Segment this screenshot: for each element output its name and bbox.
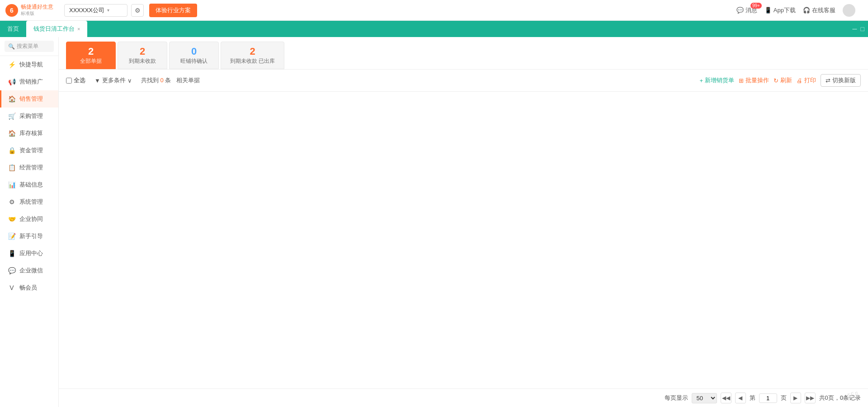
sidebar-item-operations[interactable]: 📋 经营管理 [0,159,58,176]
stat-tab-overdue[interactable]: 2 到期未收款 [118,42,167,69]
add-label: 新增销货单 [705,76,734,84]
batch-button[interactable]: ⊞ 批量操作 [739,76,769,84]
refresh-button[interactable]: ↻ 刷新 [774,76,792,84]
sidebar-item-inventory[interactable]: 🏠 库存核算 [0,125,58,142]
tab-home[interactable]: 首页 [0,21,26,37]
stat-tab-pending[interactable]: 0 旺铺待确认 [169,42,219,69]
sidebar-item-wechat[interactable]: 💬 企业微信 [0,262,58,279]
sidebar-item-label: 新手引导 [19,232,43,240]
sidebar-item-label: 销售管理 [19,95,43,103]
app-name: 畅捷通好生意 [21,4,53,11]
sidebar-item-app-center[interactable]: 📱 应用中心 [0,245,58,262]
wechat-icon: 💬 [8,267,16,274]
stats-row: 2 全部单据 2 到期未收款 0 旺铺待确认 2 到期未收款 已出库 [59,37,868,70]
refresh-label: 刷新 [780,76,792,84]
logo-icon: 6 [5,4,18,17]
company-arrow-icon: ▾ [107,8,109,13]
nav-tabs-bar: 首页 钱货日清工作台 × ─ □ [0,21,868,37]
sidebar-search-button[interactable]: 🔍 搜索菜单 [5,41,54,52]
stat-tab-shipped[interactable]: 2 到期未收款 已出库 [221,42,284,69]
messages-button[interactable]: 💬 消息 99+ [736,6,757,14]
filter-label: 更多条件 [102,76,126,84]
sidebar-item-capital[interactable]: 🔒 资金管理 [0,142,58,159]
sidebar-item-cooperation[interactable]: 🤝 企业协同 [0,211,58,228]
messages-badge: 99+ [750,3,762,9]
service-icon: 🎧 [803,7,810,14]
found-unit: 条 [165,77,171,84]
print-button[interactable]: 🖨 打印 [797,76,816,84]
online-service-label: 在线客服 [812,6,835,14]
cooperation-icon: 🤝 [8,215,16,223]
capital-icon: 🔒 [8,147,16,154]
sidebar-item-system[interactable]: ⚙ 系统管理 [0,193,58,211]
system-icon: ⚙ [8,198,16,206]
top-header: 6 畅捷通好生意 标准版 XXXXXX公司 ▾ ⚙ 体验行业方案 💬 消息 99… [0,0,868,21]
switch-label: 切换新版 [832,76,856,84]
sidebar-item-label: 企业微信 [19,267,43,275]
sidebar-item-label: 应用中心 [19,249,43,257]
company-selector[interactable]: XXXXXX公司 ▾ [64,4,127,17]
stat-num-shipped: 2 [230,46,275,57]
basic-info-icon: 📊 [8,181,16,188]
app-center-icon: 📱 [8,250,16,257]
stat-label-overdue: 到期未收款 [127,57,158,65]
switch-button[interactable]: ⇄ 切换新版 [821,74,861,87]
inventory-icon: 🏠 [8,130,16,137]
minimize-icon[interactable]: ─ [853,25,857,33]
sidebar-search-area: 🔍 搜索菜单 [0,37,58,56]
stat-num-pending: 0 [179,46,209,57]
message-icon: 💬 [736,7,744,14]
settings-button[interactable]: ⚙ [131,4,144,17]
per-page-label: 每页显示 [665,394,688,402]
trial-button[interactable]: 体验行业方案 [149,4,197,17]
main-layout: 🔍 搜索菜单 ⚡ 快捷导航 📢 营销推广 🏠 销售管理 🛒 采购管理 🏠 库存核… [0,37,868,407]
header-right: 💬 消息 99+ 📱 App下载 🎧 在线客服 [736,4,863,17]
app-download-button[interactable]: 📱 App下载 [764,6,796,14]
sidebar-item-guide[interactable]: 📝 新手引导 [0,228,58,245]
page-label-unit: 页 [781,394,787,402]
app-version: 标准版 [21,10,53,17]
select-all-checkbox[interactable]: 全选 [66,76,85,84]
first-page-button[interactable]: ◀◀ [721,393,731,403]
total-info: 共0页，0条记录 [819,394,861,402]
tab-close-icon[interactable]: × [77,26,80,32]
filter-button[interactable]: ▼ 更多条件 ∨ [91,75,136,86]
sidebar-item-marketing[interactable]: 📢 营销推广 [0,73,58,90]
prev-page-button[interactable]: ◀ [735,393,746,403]
online-service-button[interactable]: 🎧 在线客服 [803,6,835,14]
stat-tab-all[interactable]: 2 全部单据 [66,42,116,69]
stat-label-all: 全部单据 [75,57,106,65]
nav-tabs-right: ─ □ [853,25,868,33]
add-button[interactable]: + 新增销货单 [699,76,734,84]
print-icon: 🖨 [797,77,802,84]
sidebar-item-label: 快捷导航 [19,61,43,69]
sidebar-item-label: 库存核算 [19,129,43,137]
found-count: 0 [160,77,164,84]
next-page-button[interactable]: ▶ [790,393,801,403]
sidebar-item-sales[interactable]: 🏠 销售管理 [0,90,58,108]
print-label: 打印 [804,76,816,84]
stat-num-overdue: 2 [127,46,158,57]
sidebar-item-label: 资金管理 [19,146,43,154]
sidebar-item-basic-info[interactable]: 📊 基础信息 [0,176,58,193]
sidebar-item-label: 畅会员 [19,284,37,292]
per-page-select[interactable]: 20 50 100 [692,393,717,403]
batch-label: 批量操作 [745,76,769,84]
page-input[interactable] [759,393,777,403]
sidebar-item-member[interactable]: V 畅会员 [0,279,58,296]
download-icon: 📱 [764,7,772,14]
maximize-icon[interactable]: □ [861,25,864,33]
last-page-button[interactable]: ▶▶ [805,393,816,403]
select-all-label: 全选 [74,76,85,84]
logo-text-area: 畅捷通好生意 标准版 [21,4,53,17]
avatar[interactable] [843,4,855,17]
select-all-input[interactable] [66,78,72,84]
sidebar-item-quick-nav[interactable]: ⚡ 快捷导航 [0,56,58,73]
tab-active[interactable]: 钱货日清工作台 × [26,21,87,37]
add-icon: + [699,77,703,84]
app-download-label: App下载 [774,6,796,14]
sidebar-item-label: 基础信息 [19,181,43,189]
sidebar-item-purchase[interactable]: 🛒 采购管理 [0,108,58,125]
guide-icon: 📝 [8,233,16,240]
search-icon: 🔍 [8,43,15,50]
